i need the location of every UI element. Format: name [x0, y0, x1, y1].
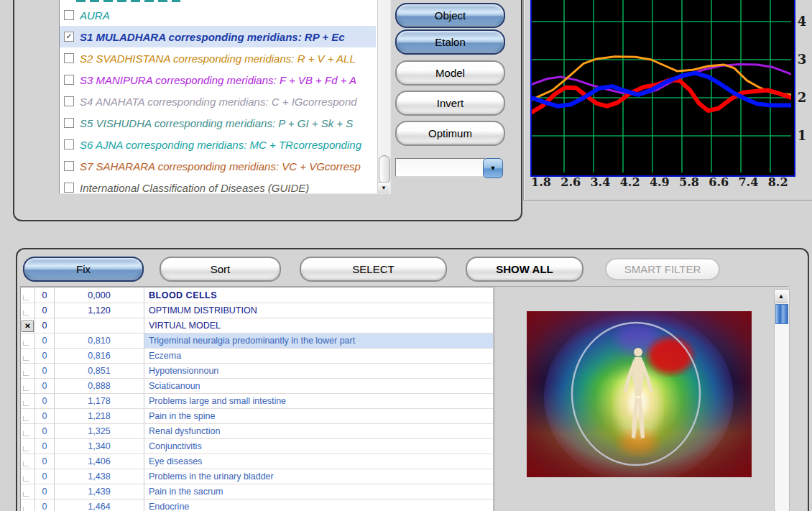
table-row[interactable]: 00,000BLOOD CELLS — [21, 288, 494, 303]
list-item[interactable]: AURA — [60, 4, 376, 26]
unchecked-checkbox-icon[interactable] — [64, 75, 74, 85]
results-table[interactable]: 00,000BLOOD CELLS01,120OPTIMUM DISTRIBUT… — [20, 287, 494, 511]
select-button[interactable]: SELECT — [300, 257, 447, 282]
unchecked-checkbox-icon[interactable] — [64, 96, 74, 106]
table-row[interactable]: 01,325Renal dysfunction — [21, 424, 494, 439]
row-name-cell[interactable]: Problems in the urinary bladder — [144, 469, 494, 484]
sort-button[interactable]: Sort — [160, 257, 281, 282]
etalon-button[interactable]: Etalon — [395, 29, 505, 55]
table-row[interactable]: 01,439Pain in the sacrum — [21, 484, 494, 500]
checked-checkbox-icon[interactable]: ✓ — [64, 32, 74, 42]
model-button[interactable]: Model — [395, 60, 505, 86]
row-count-cell: 0 — [35, 379, 55, 394]
unchecked-checkbox-icon[interactable] — [64, 161, 74, 171]
x-tick-label: 1.8 — [527, 175, 555, 190]
unchecked-checkbox-icon[interactable] — [64, 53, 74, 63]
unchecked-checkbox-icon[interactable] — [64, 10, 74, 20]
row-name-cell[interactable]: OPTIMUM DISTRIBUTION — [144, 303, 494, 318]
table-row[interactable]: 00,810Trigeminal neuralgia predominantly… — [21, 333, 494, 349]
row-name-cell[interactable]: Hypotensionnoun — [144, 364, 494, 379]
diagnosis-group-panel: AURA✓S1 MULADHARA corresponding meridian… — [13, 0, 522, 221]
unchecked-checkbox-icon[interactable] — [64, 118, 74, 128]
unchecked-checkbox-icon[interactable] — [64, 183, 74, 193]
invert-button[interactable]: Invert — [395, 91, 505, 116]
row-name-cell[interactable]: Eczema — [144, 349, 494, 364]
row-mark-cell[interactable] — [21, 484, 35, 500]
row-value-cell: 1,120 — [55, 303, 144, 318]
list-item[interactable]: S4 ANAHATA corresponding meridians: C + … — [60, 91, 376, 112]
list-item[interactable]: International Classification of Diseases… — [60, 177, 376, 194]
dropdown-value-field[interactable] — [395, 158, 485, 177]
spectrum-chart — [530, 0, 795, 177]
list-scrollbar[interactable]: ▼ — [377, 0, 390, 193]
row-mark-cell[interactable] — [21, 333, 35, 349]
row-count-cell: 0 — [35, 364, 55, 379]
row-mark-cell[interactable] — [21, 439, 35, 454]
mode-dropdown[interactable]: ▼ — [395, 158, 503, 177]
row-name-cell[interactable]: Endocrine — [144, 500, 494, 511]
table-row[interactable]: 01,464Endocrine — [21, 500, 494, 511]
list-item[interactable]: S6 AJNA corresponding meridians: MC + TR… — [60, 134, 376, 155]
row-name-cell[interactable]: VIRTUAL MODEL — [144, 318, 494, 333]
dropdown-arrow-button[interactable]: ▼ — [483, 158, 503, 178]
viewer-scroll-up-button[interactable]: ▲ — [775, 290, 788, 303]
optimum-button[interactable]: Optimum — [395, 121, 505, 146]
y-tick-label: 4 — [793, 14, 811, 29]
marked-x-icon[interactable]: ✕ — [22, 321, 34, 332]
list-item[interactable]: S2 SVADHISTANA corresponding meridians: … — [60, 47, 376, 69]
row-name-cell[interactable]: Conjunctivitis — [144, 439, 494, 454]
row-name-cell[interactable]: Trigeminal neuralgia predominantly in th… — [144, 333, 494, 349]
list-item[interactable]: S3 MANIPURA corresponding meridians: F +… — [60, 69, 376, 91]
row-name-cell[interactable]: Problems large and small intestine — [144, 394, 494, 409]
row-mark-cell[interactable] — [21, 364, 35, 379]
viewer-scrollbar[interactable]: ▲ — [774, 289, 790, 511]
list-scroll-down-button[interactable]: ▼ — [378, 182, 389, 193]
chakra-meridian-list[interactable]: AURA✓S1 MULADHARA corresponding meridian… — [59, 0, 391, 194]
table-row[interactable]: 01,406Eye diseases — [21, 454, 494, 469]
row-count-cell: 0 — [35, 454, 55, 469]
object-button[interactable]: Object — [395, 3, 505, 28]
smart-filter-button[interactable]: SMART FILTER — [605, 258, 720, 280]
row-mark-cell[interactable] — [21, 288, 35, 303]
table-row[interactable]: ✕0VIRTUAL MODEL — [21, 318, 494, 333]
row-mark-cell[interactable]: ✕ — [21, 318, 35, 333]
table-row[interactable]: 01,438Problems in the urinary bladder — [21, 469, 494, 484]
row-name-cell[interactable]: Renal dysfunction — [144, 424, 494, 439]
row-mark-cell[interactable] — [21, 379, 35, 394]
list-item[interactable]: ✓S1 MULADHARA corresponding meridians: R… — [60, 26, 376, 47]
list-item-label: S2 SVADHISTANA corresponding meridians: … — [80, 52, 356, 65]
viewer-scrollbar-thumb[interactable] — [775, 304, 788, 324]
table-row[interactable]: 01,340Conjunctivitis — [21, 439, 494, 454]
row-name-cell[interactable]: Eye diseases — [144, 454, 494, 469]
table-row[interactable]: 01,218Pain in the spine — [21, 409, 494, 424]
table-row[interactable]: 00,816Eczema — [21, 349, 494, 364]
row-count-cell: 0 — [35, 394, 55, 409]
row-mark-cell[interactable] — [21, 424, 35, 439]
table-row[interactable]: 01,178Problems large and small intestine — [21, 394, 494, 409]
x-tick-label: 8.2 — [764, 175, 793, 190]
row-value-cell: 1,178 — [55, 394, 144, 409]
row-mark-cell[interactable] — [21, 303, 35, 318]
list-item[interactable]: S5 VISHUDHA corresponding meridians: P +… — [60, 112, 376, 134]
row-mark-cell[interactable] — [21, 409, 35, 424]
row-name-cell[interactable]: Pain in the spine — [144, 409, 494, 424]
row-name-cell[interactable]: Pain in the sacrum — [144, 484, 494, 500]
unchecked-checkbox-icon[interactable] — [64, 139, 74, 149]
row-count-cell: 0 — [35, 424, 55, 439]
row-mark-cell[interactable] — [21, 469, 35, 484]
table-row[interactable]: 00,851Hypotensionnoun — [21, 364, 494, 379]
x-tick-label: 5.8 — [675, 175, 703, 190]
list-item[interactable]: S7 SAHARARA corresponding meridians: VC … — [60, 155, 376, 177]
list-scrollbar-thumb[interactable] — [379, 155, 390, 184]
fix-button[interactable]: Fix — [23, 257, 144, 282]
row-mark-cell[interactable] — [21, 349, 35, 364]
show-all-button[interactable]: SHOW ALL — [466, 257, 583, 282]
table-row[interactable]: 00,888Sciaticanoun — [21, 379, 494, 394]
row-mark-cell[interactable] — [21, 454, 35, 469]
row-name-cell[interactable]: Sciaticanoun — [144, 379, 494, 394]
row-name-cell[interactable]: BLOOD CELLS — [144, 288, 494, 303]
row-mark-cell[interactable] — [21, 394, 35, 409]
row-value-cell: 1,406 — [55, 454, 144, 469]
table-row[interactable]: 01,120OPTIMUM DISTRIBUTION — [21, 303, 494, 318]
row-mark-cell[interactable] — [21, 500, 35, 511]
